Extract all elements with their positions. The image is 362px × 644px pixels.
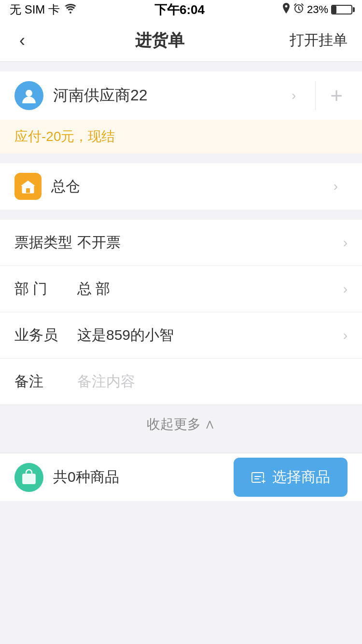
supplier-section: 河南供应商22 › + 应付-20元，现结 — [0, 71, 362, 154]
time-label: 下午6:04 — [154, 1, 205, 18]
svg-rect-4 — [26, 188, 30, 193]
invoice-type-chevron: › — [343, 235, 348, 251]
invoice-type-row[interactable]: 票据类型 不开票 › — [0, 219, 362, 266]
person-icon — [20, 87, 38, 104]
collapse-toggle[interactable]: 收起更多 ∧ — [0, 405, 362, 443]
warehouse-icon-wrap — [14, 173, 42, 200]
warehouse-row[interactable]: 总仓 › — [0, 163, 362, 210]
select-product-label: 选择商品 — [272, 467, 330, 487]
supplier-row[interactable]: 河南供应商22 › + — [0, 71, 362, 120]
select-product-button[interactable]: 选择商品 — [234, 458, 348, 497]
department-label: 部 门 — [14, 279, 72, 299]
collapse-label: 收起更多 ∧ — [147, 415, 216, 434]
supplier-avatar — [14, 81, 43, 110]
battery-icon — [331, 5, 352, 14]
status-left: 无 SIM 卡 — [10, 2, 77, 17]
department-value: 总 部 — [72, 279, 343, 299]
invoice-type-value: 不开票 — [72, 233, 343, 252]
alarm-icon — [293, 3, 304, 16]
battery-percentage: 23% — [307, 3, 328, 16]
svg-rect-6 — [23, 474, 35, 484]
add-supplier-button[interactable]: + — [325, 84, 348, 108]
form-section: 票据类型 不开票 › 部 门 总 部 › 业务员 这是859的小智 › 备注 备… — [0, 219, 362, 443]
salesperson-label: 业务员 — [14, 325, 72, 345]
bottom-divider — [0, 443, 362, 453]
back-button[interactable]: ‹ — [14, 26, 30, 56]
status-bar: 无 SIM 卡 下午6:04 23% — [0, 0, 362, 19]
open-pending-button[interactable]: 打开挂单 — [290, 30, 348, 50]
page-title: 进货单 — [135, 29, 184, 52]
nav-bar: ‹ 进货单 打开挂单 — [0, 19, 362, 62]
remark-row[interactable]: 备注 备注内容 — [0, 358, 362, 405]
middle-divider-2 — [0, 210, 362, 219]
svg-point-1 — [26, 90, 32, 97]
wifi-icon — [64, 3, 77, 16]
warehouse-name: 总仓 — [51, 177, 334, 196]
status-right: 23% — [282, 3, 352, 16]
middle-divider-1 — [0, 154, 362, 163]
warehouse-icon — [20, 179, 36, 194]
bottom-bar: 共0种商品 选择商品 — [0, 453, 362, 501]
svg-marker-3 — [21, 181, 35, 186]
remark-label: 备注 — [14, 372, 72, 392]
department-row[interactable]: 部 门 总 部 › — [0, 266, 362, 312]
notice-text: 应付-20元，现结 — [14, 129, 115, 144]
top-divider — [0, 62, 362, 71]
gray-fill-area — [0, 501, 362, 641]
location-icon — [282, 3, 291, 16]
warehouse-chevron-icon: › — [334, 179, 338, 194]
remark-placeholder[interactable]: 备注内容 — [72, 372, 348, 392]
notice-banner: 应付-20元，现结 — [0, 120, 362, 154]
supplier-chevron-icon: › — [292, 88, 296, 103]
supplier-divider — [315, 81, 316, 110]
salesperson-row[interactable]: 业务员 这是859的小智 › — [0, 312, 362, 358]
product-count-label: 共0种商品 — [53, 467, 234, 487]
product-icon-wrap — [14, 463, 43, 492]
salesperson-value: 这是859的小智 — [72, 325, 343, 345]
carrier-label: 无 SIM 卡 — [10, 2, 60, 17]
supplier-name: 河南供应商22 — [53, 85, 292, 106]
warehouse-section[interactable]: 总仓 › — [0, 163, 362, 210]
select-product-icon — [251, 470, 266, 485]
department-chevron: › — [343, 281, 348, 297]
product-icon — [21, 469, 37, 486]
salesperson-chevron: › — [343, 328, 348, 343]
invoice-type-label: 票据类型 — [14, 233, 72, 252]
